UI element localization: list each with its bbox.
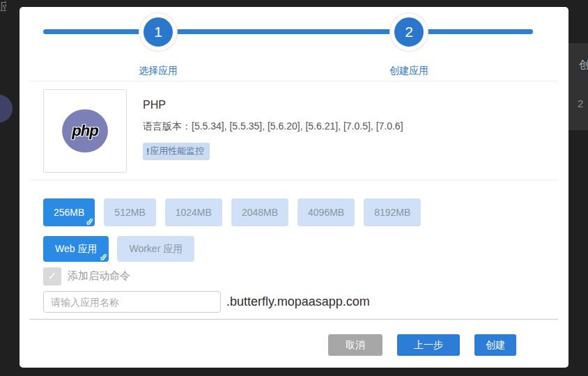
startup-command-row: ✓ 添加启动命令 (30, 262, 558, 285)
memory-option-label: 1024MB (176, 207, 212, 218)
checkbox-check-icon: ✓ (47, 269, 56, 283)
memory-option-256mb[interactable]: 256MB ✓ (43, 198, 95, 226)
step-1-node[interactable]: 1 (139, 13, 177, 51)
memory-option-1024mb[interactable]: 1024MB (165, 198, 222, 226)
app-versions: 语言版本：[5.5.34], [5.5.35], [5.6.20], [5.6.… (143, 120, 403, 133)
stepper-progress-bar (43, 29, 533, 34)
type-option-label: Web 应用 (55, 243, 97, 254)
startup-command-label: 添加启动命令 (68, 269, 130, 283)
selected-check-icon: ✓ (100, 252, 108, 263)
type-option-worker[interactable]: Worker 应用 (117, 236, 194, 262)
background-clipped-text: 创 (579, 58, 588, 72)
app-logo-box: php (43, 89, 127, 173)
domain-suffix: .butterfly.mopaasapp.com (226, 295, 370, 309)
create-button[interactable]: 创建 (474, 334, 516, 356)
app-info: PHP 语言版本：[5.5.34], [5.5.35], [5.6.20], [… (143, 89, 403, 173)
apm-badge-label: 应用性能监控 (150, 145, 204, 157)
memory-option-8192mb[interactable]: 8192MB (364, 198, 421, 226)
memory-option-label: 256MB (54, 207, 84, 218)
footer-actions: 取消 上一步 创建 (30, 320, 558, 356)
memory-option-label: 4096MB (308, 207, 344, 218)
memory-option-2048mb[interactable]: 2048MB (231, 198, 288, 226)
background-clipped-text: 2 (578, 97, 586, 111)
step-2-label: 创建应用 (367, 65, 451, 77)
app-name-row: .butterfly.mopaasapp.com (30, 285, 558, 313)
memory-option-4096mb[interactable]: 4096MB (297, 198, 355, 226)
type-option-web[interactable]: Web 应用 ✓ (43, 236, 109, 262)
memory-option-label: 8192MB (374, 207, 410, 218)
selected-check-icon: ✓ (86, 217, 93, 227)
app-name-input[interactable] (43, 291, 221, 313)
versions-list: [5.5.34], [5.5.35], [5.6.20], [5.6.21], … (192, 120, 403, 132)
background-panel-fragment (568, 43, 588, 130)
step-1-label: 选择应用 (116, 65, 200, 77)
memory-option-label: 2048MB (242, 207, 278, 218)
background-clipped-logo (0, 95, 13, 123)
background-clipped-text: 应 (0, 0, 6, 15)
memory-option-label: 512MB (114, 207, 145, 218)
type-option-label: Worker 应用 (129, 243, 183, 254)
step-2-node[interactable]: 2 (390, 13, 428, 51)
cancel-button[interactable]: 取消 (328, 334, 382, 356)
php-logo-icon: php (62, 109, 108, 152)
memory-options-row: 256MB ✓ 512MB 1024MB 2048MB 4096MB 8192M… (30, 180, 558, 226)
previous-step-button[interactable]: 上一步 (397, 334, 460, 356)
app-type-options-row: Web 应用 ✓ Worker 应用 (30, 226, 558, 262)
versions-label: 语言版本： (143, 120, 192, 132)
startup-command-checkbox[interactable]: ✓ (43, 267, 61, 285)
exclamation-icon: ! (146, 146, 149, 157)
step-1-number: 1 (154, 24, 162, 40)
selected-app-section: php PHP 语言版本：[5.5.34], [5.5.35], [5.6.20… (30, 81, 558, 180)
memory-option-512mb[interactable]: 512MB (104, 198, 155, 226)
step-2-number: 2 (405, 24, 413, 40)
php-logo-text: php (72, 122, 98, 140)
wizard-stepper: 1 2 选择应用 创建应用 (30, 7, 558, 81)
app-title: PHP (143, 99, 403, 111)
create-app-modal: 1 2 选择应用 创建应用 php PHP 语言版本：[5.5.34], [5.… (20, 7, 568, 368)
apm-badge: ! 应用性能监控 (143, 143, 210, 160)
